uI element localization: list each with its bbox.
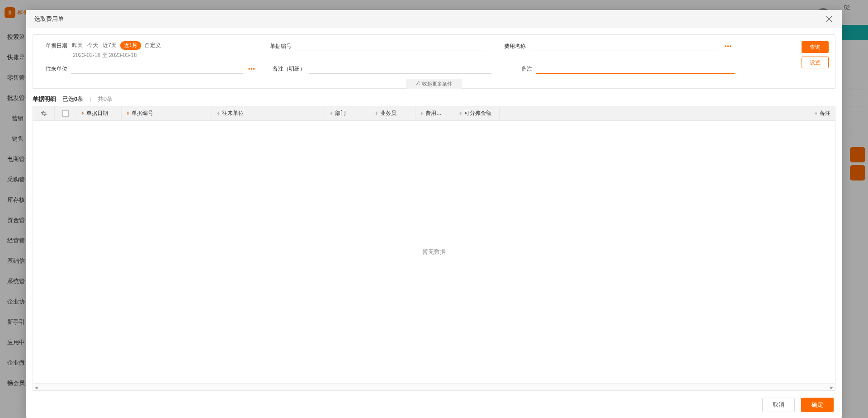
table-header: ▲▼ 单据日期 ▲▼ 单据编号 ▲▼ 往来单位 ▲▼ 部门 ▲▼ 业务员 bbox=[33, 106, 835, 121]
selected-prefix: 已选 bbox=[62, 95, 74, 102]
total-count: 共0条 bbox=[98, 95, 113, 103]
sort-icon: ▲▼ bbox=[375, 112, 378, 115]
sort-icon: ▲▼ bbox=[217, 112, 220, 115]
modal-body: 查询 设置 单据日期 昨天 今天 近7天 近1月 自定义 2023-02-18 bbox=[26, 28, 842, 391]
party-input[interactable] bbox=[71, 64, 243, 74]
memo-input[interactable] bbox=[536, 64, 735, 74]
date-opt-today[interactable]: 今天 bbox=[86, 41, 99, 50]
col-dept-label: 部门 bbox=[335, 109, 346, 117]
checkbox-icon bbox=[62, 110, 69, 117]
select-all-cell[interactable] bbox=[55, 106, 76, 120]
col-alloc[interactable]: ▲▼ 可分摊金额 bbox=[454, 106, 500, 120]
sort-icon: ▲▼ bbox=[420, 112, 424, 115]
docno-input[interactable] bbox=[295, 41, 485, 51]
col-fee[interactable]: ▲▼ 费用… bbox=[415, 106, 454, 120]
col-clerk-label: 业务员 bbox=[380, 109, 396, 117]
gear-icon bbox=[41, 110, 47, 117]
memo-label: 备注 bbox=[503, 65, 532, 73]
party-picker-icon[interactable]: ••• bbox=[246, 66, 257, 72]
date-opt-yesterday[interactable]: 昨天 bbox=[71, 41, 84, 50]
feename-label: 费用名称 bbox=[497, 43, 526, 50]
cancel-button[interactable]: 取消 bbox=[762, 398, 795, 412]
query-button[interactable]: 查询 bbox=[802, 41, 829, 53]
feename-input[interactable] bbox=[529, 41, 719, 51]
col-clerk[interactable]: ▲▼ 业务员 bbox=[370, 106, 415, 120]
table-body-empty: 暂无数据 bbox=[33, 121, 835, 383]
modal-footer: 取消 确定 bbox=[26, 391, 842, 418]
date-quick-options: 昨天 今天 近7天 近1月 自定义 bbox=[71, 41, 162, 50]
feename-picker-icon[interactable]: ••• bbox=[723, 43, 734, 49]
col-party-label: 往来单位 bbox=[222, 109, 244, 117]
col-docno[interactable]: ▲▼ 单据编号 bbox=[122, 106, 212, 120]
col-party[interactable]: ▲▼ 往来单位 bbox=[212, 106, 325, 120]
col-memo-label: 备注 bbox=[820, 109, 830, 117]
filter-panel: 查询 设置 单据日期 昨天 今天 近7天 近1月 自定义 2023-02-18 bbox=[33, 34, 835, 89]
modal-header: 选取费用单 bbox=[26, 10, 842, 28]
memo-detail-label: 备注（明细） bbox=[269, 65, 305, 73]
separator: | bbox=[90, 95, 91, 102]
empty-text: 暂无数据 bbox=[422, 248, 446, 256]
sort-icon: ▲▼ bbox=[459, 112, 462, 115]
date-opt-last1m[interactable]: 近1月 bbox=[120, 41, 142, 50]
modal-title: 选取费用单 bbox=[34, 10, 64, 28]
select-expense-modal: 选取费用单 查询 设置 单据日期 昨天 今天 近7天 近1月 bbox=[26, 10, 842, 418]
party-label: 往来单位 bbox=[38, 65, 67, 73]
memo-detail-input[interactable] bbox=[309, 64, 491, 74]
date-opt-custom[interactable]: 自定义 bbox=[144, 41, 162, 50]
selected-suffix: 条 bbox=[77, 95, 83, 102]
col-docno-label: 单据编号 bbox=[132, 109, 153, 117]
sort-icon: ▲▼ bbox=[330, 112, 333, 115]
col-memo[interactable]: ▲▼ 备注 bbox=[500, 106, 835, 120]
docno-label: 单据编号 bbox=[263, 43, 292, 50]
close-icon[interactable] bbox=[825, 14, 834, 24]
confirm-button[interactable]: 确定 bbox=[801, 398, 834, 412]
detail-title: 单据明细 bbox=[33, 95, 56, 103]
results-table: ▲▼ 单据日期 ▲▼ 单据编号 ▲▼ 往来单位 ▲▼ 部门 ▲▼ 业务员 bbox=[33, 106, 835, 391]
date-label: 单据日期 bbox=[38, 41, 67, 50]
sort-icon: ▲▼ bbox=[126, 112, 130, 115]
col-fee-label: 费用… bbox=[425, 109, 442, 117]
col-dept[interactable]: ▲▼ 部门 bbox=[325, 106, 370, 120]
date-opt-last7[interactable]: 近7天 bbox=[102, 41, 118, 50]
col-alloc-label: 可分摊金额 bbox=[464, 109, 491, 117]
scroll-right-icon: ► bbox=[830, 385, 834, 390]
sort-icon: ▲▼ bbox=[81, 112, 85, 115]
column-settings[interactable] bbox=[33, 106, 55, 120]
scroll-left-icon: ◄ bbox=[34, 385, 38, 390]
collapse-filter-toggle[interactable]: 收起更多条件 bbox=[406, 79, 462, 89]
date-range-display: 2023-02-18 至 2023-03-18 bbox=[71, 52, 162, 59]
chevron-up-icon bbox=[416, 81, 420, 86]
col-date-label: 单据日期 bbox=[86, 109, 108, 117]
col-date[interactable]: ▲▼ 单据日期 bbox=[76, 106, 122, 120]
settings-button[interactable]: 设置 bbox=[802, 57, 829, 68]
filter-actions: 查询 设置 bbox=[802, 41, 829, 68]
detail-header: 单据明细 已选0条 | 共0条 bbox=[33, 95, 835, 103]
horizontal-scrollbar[interactable]: ◄ ► bbox=[33, 383, 835, 390]
collapse-label: 收起更多条件 bbox=[422, 81, 452, 87]
sort-icon: ▲▼ bbox=[814, 112, 818, 115]
selected-count: 已选0条 bbox=[62, 95, 83, 103]
